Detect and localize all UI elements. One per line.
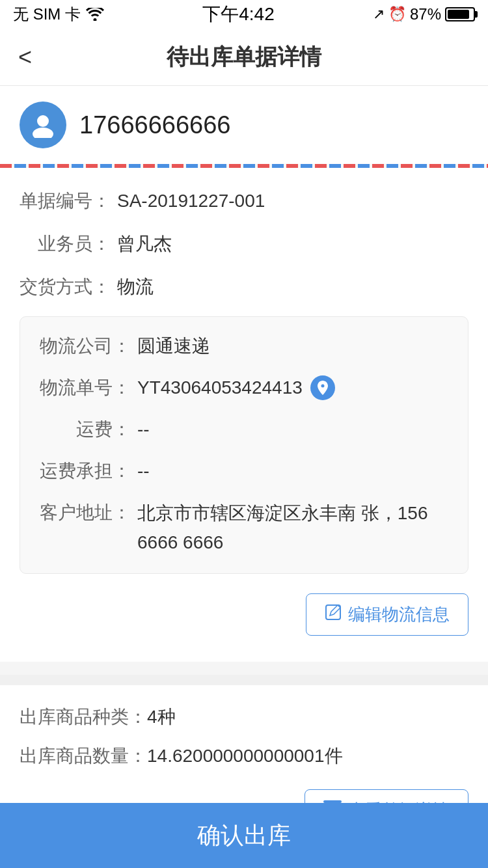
order-number-value: SA-20191227-001: [111, 187, 468, 215]
main-content: 17666666666 单据编号： SA-20191227-001 业务员： 曾…: [0, 86, 488, 868]
location-icon: ↗: [373, 6, 385, 23]
logistics-company-row: 物流公司： 圆通速递: [40, 332, 448, 360]
battery-icon: [445, 7, 475, 21]
page-title: 待出库单据详情: [167, 42, 321, 72]
location-pin-icon[interactable]: [310, 375, 335, 400]
address-row: 客户地址： 北京市市辖区海淀区永丰南 张，156 6666 6666: [40, 499, 448, 558]
edit-logistics-button[interactable]: 编辑物流信息: [306, 593, 468, 636]
order-number-row: 单据编号： SA-20191227-001: [20, 187, 468, 215]
alarm-icon: ⏰: [388, 6, 406, 23]
customer-phone: 17666666666: [79, 111, 230, 139]
svg-point-1: [33, 128, 53, 138]
confirm-btn-label: 确认出库: [197, 820, 291, 852]
nav-bar: < 待出库单据详情: [0, 29, 488, 86]
delivery-value: 物流: [111, 273, 468, 301]
product-type-label: 出库商品种类：: [20, 705, 147, 729]
svg-rect-3: [326, 605, 340, 619]
order-number-label: 单据编号：: [20, 187, 111, 215]
logistics-company-label: 物流公司：: [40, 332, 131, 360]
status-time: 下午4:42: [202, 2, 275, 27]
order-info-section: 单据编号： SA-20191227-001 业务员： 曾凡杰 交货方式： 物流 …: [0, 168, 488, 662]
edit-icon: [325, 604, 342, 625]
tracking-value-row: YT43064053424413: [131, 374, 448, 401]
freight-row: 运费： --: [40, 416, 448, 443]
freight-bear-value: --: [131, 457, 448, 485]
avatar: [20, 102, 66, 148]
confirm-outbound-button[interactable]: 确认出库: [0, 803, 488, 868]
freight-label: 运费：: [40, 416, 131, 443]
salesman-label: 业务员：: [20, 230, 111, 258]
delivery-label: 交货方式：: [20, 273, 111, 301]
status-left: 无 SIM 卡: [13, 4, 104, 25]
section-divider: [0, 675, 488, 685]
confirm-btn-container: 确认出库: [0, 803, 488, 868]
address-value: 北京市市辖区海淀区永丰南 张，156 6666 6666: [131, 499, 448, 558]
product-quantity-row: 出库商品数量： 14.620000000000001件: [20, 744, 468, 768]
address-label: 客户地址：: [40, 499, 131, 526]
delivery-row: 交货方式： 物流: [20, 273, 468, 301]
tracking-row: 物流单号： YT43064053424413: [40, 374, 448, 401]
status-bar: 无 SIM 卡 下午4:42 ↗ ⏰ 87%: [0, 0, 488, 29]
edit-btn-row: 编辑物流信息: [20, 587, 468, 649]
logistics-company-value: 圆通速递: [131, 332, 448, 360]
product-type-row: 出库商品种类： 4种: [20, 705, 468, 729]
tracking-number: YT43064053424413: [137, 374, 303, 401]
status-right: ↗ ⏰ 87%: [373, 5, 475, 23]
logistics-card: 物流公司： 圆通速递 物流单号： YT43064053424413 运费： --…: [20, 316, 468, 574]
tracking-label: 物流单号：: [40, 374, 131, 401]
customer-header: 17666666666: [0, 86, 488, 164]
product-type-value: 4种: [147, 705, 176, 729]
back-button[interactable]: <: [18, 44, 32, 71]
freight-bear-row: 运费承担： --: [40, 457, 448, 485]
freight-bear-label: 运费承担：: [40, 457, 131, 485]
wifi-icon: [86, 8, 104, 21]
product-quantity-value: 14.620000000000001件: [147, 744, 343, 768]
carrier-text: 无 SIM 卡: [13, 4, 81, 25]
product-quantity-label: 出库商品数量：: [20, 744, 147, 768]
svg-point-0: [37, 115, 49, 127]
freight-value: --: [131, 416, 448, 443]
salesman-value: 曾凡杰: [111, 230, 468, 258]
battery-text: 87%: [410, 5, 441, 23]
salesman-row: 业务员： 曾凡杰: [20, 230, 468, 258]
edit-logistics-label: 编辑物流信息: [348, 603, 450, 626]
